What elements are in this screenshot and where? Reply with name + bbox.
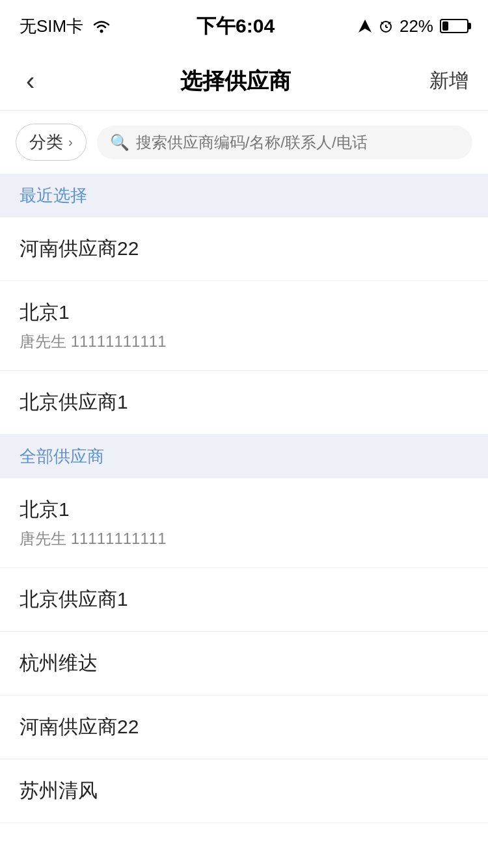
- status-carrier: 无SIM卡: [20, 15, 113, 38]
- new-action-button[interactable]: 新增: [429, 68, 468, 94]
- chevron-right-icon: ›: [68, 135, 73, 150]
- all-section-label: 全部供应商: [20, 446, 104, 466]
- status-time: 下午6:04: [197, 13, 275, 40]
- item-name: 苏州清风: [20, 778, 468, 804]
- alarm-icon: [379, 19, 393, 33]
- category-label: 分类: [29, 131, 63, 154]
- item-name: 北京供应商1: [20, 389, 468, 416]
- search-box[interactable]: 🔍: [97, 126, 472, 159]
- wifi-icon: [90, 18, 113, 34]
- svg-marker-1: [359, 20, 372, 33]
- carrier-text: 无SIM卡: [20, 15, 83, 38]
- recent-section-label: 最近选择: [20, 185, 87, 205]
- list-item[interactable]: 北京1唐先生 11111111111: [0, 478, 488, 568]
- item-name: 河南供应商22: [20, 714, 468, 740]
- battery-icon: [440, 19, 468, 33]
- item-name: 杭州维达: [20, 650, 468, 677]
- battery-percent: 22%: [400, 16, 433, 36]
- nav-bar: ‹ 选择供应商 新增: [0, 52, 488, 111]
- search-icon: 🔍: [110, 133, 129, 152]
- all-list: 北京1唐先生 11111111111北京供应商1杭州维达河南供应商22苏州清风: [0, 478, 488, 823]
- location-icon: [358, 19, 372, 33]
- svg-point-0: [100, 30, 103, 33]
- item-name: 北京1: [20, 496, 468, 523]
- status-right: 22%: [358, 16, 468, 36]
- status-bar: 无SIM卡 下午6:04 22%: [0, 0, 488, 52]
- list-item[interactable]: 河南供应商22: [0, 696, 488, 759]
- recent-section-header: 最近选择: [0, 174, 488, 217]
- list-item[interactable]: 河南供应商22: [0, 217, 488, 281]
- back-button[interactable]: ‹: [20, 60, 41, 102]
- item-contact: 唐先生 11111111111: [20, 331, 468, 352]
- recent-list: 河南供应商22北京1唐先生 11111111111北京供应商1: [0, 217, 488, 435]
- list-item[interactable]: 北京供应商1: [0, 371, 488, 435]
- filter-bar: 分类 › 🔍: [0, 111, 488, 174]
- back-icon: ‹: [26, 66, 34, 96]
- all-section-header: 全部供应商: [0, 435, 488, 478]
- item-name: 河南供应商22: [20, 236, 468, 262]
- item-name: 北京1: [20, 299, 468, 326]
- item-contact: 唐先生 11111111111: [20, 528, 468, 549]
- item-name: 北京供应商1: [20, 586, 468, 613]
- search-input[interactable]: [136, 133, 459, 152]
- list-item[interactable]: 北京1唐先生 11111111111: [0, 281, 488, 371]
- list-item[interactable]: 北京供应商1: [0, 568, 488, 632]
- list-item[interactable]: 杭州维达: [0, 632, 488, 696]
- list-item[interactable]: 苏州清风: [0, 759, 488, 823]
- page-title: 选择供应商: [180, 66, 291, 96]
- category-filter-button[interactable]: 分类 ›: [16, 124, 87, 161]
